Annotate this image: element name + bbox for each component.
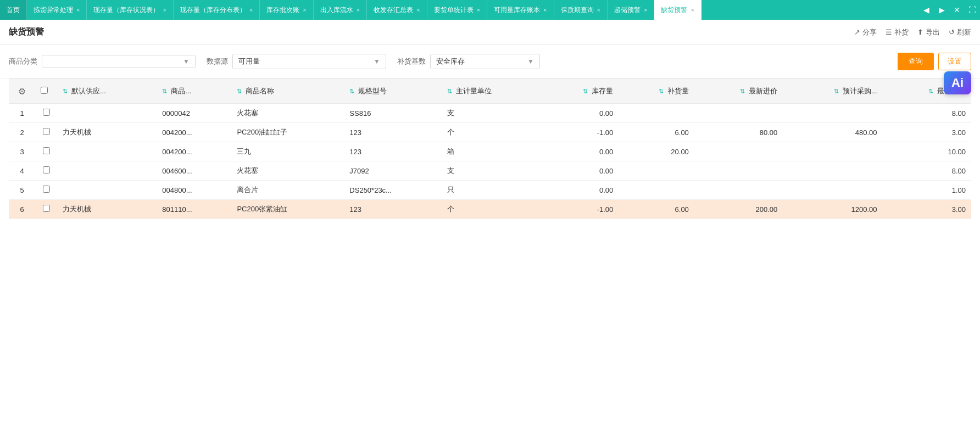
tab-requisition-close[interactable]: ×: [477, 7, 480, 13]
row-spec: SS816: [344, 104, 441, 123]
replenish-base-label: 补货基数: [397, 57, 426, 66]
select-all-checkbox[interactable]: [41, 87, 48, 94]
replenish-base-dropdown-icon: ▼: [527, 58, 534, 65]
tab-exception[interactable]: 拣货异常处理 ×: [27, 0, 87, 20]
tab-collect-label: 收发存汇总表: [374, 5, 413, 15]
row-num: 5: [9, 181, 35, 200]
row-code: 004800...: [157, 181, 231, 200]
tab-collect-close[interactable]: ×: [416, 7, 420, 13]
tab-close-all-btn[interactable]: ✕: [949, 0, 965, 20]
tab-inventory-status-close[interactable]: ×: [163, 7, 166, 13]
replenish-button[interactable]: ☰ 补货: [886, 27, 909, 37]
tab-next-btn[interactable]: ▶: [934, 0, 949, 20]
ai-assistant-button[interactable]: Ai: [944, 71, 971, 94]
tab-inventory-dist[interactable]: 现存量（库存分布表） ×: [174, 0, 260, 20]
replenish-base-select-value: 安全库存: [436, 57, 527, 66]
row-checkbox-cell: [35, 123, 57, 142]
row-checkbox-cell: [35, 161, 57, 181]
tab-overstock-close[interactable]: ×: [644, 7, 647, 13]
row-stock: 0.00: [543, 142, 619, 161]
th-spec[interactable]: ⇅ 规格型号: [344, 79, 441, 104]
row-est-purchase: [783, 161, 882, 181]
tab-shortage-label: 缺货预警: [661, 5, 687, 15]
tab-available-label: 可用量库存账本: [494, 5, 540, 15]
row-est-purchase: [783, 142, 882, 161]
row-est-purchase: [783, 104, 882, 123]
tab-expand-btn[interactable]: ⛶: [965, 0, 980, 20]
th-est-purchase[interactable]: ⇅ 预计采购...: [783, 79, 882, 104]
row-checkbox[interactable]: [43, 128, 50, 135]
th-stock[interactable]: ⇅ 库存量: [543, 79, 619, 104]
refresh-button[interactable]: ↺ 刷新: [949, 27, 971, 37]
tab-inventory-dist-label: 现存量（库存分布表）: [180, 5, 246, 15]
tab-shortage[interactable]: 缺货预警 ×: [654, 0, 701, 20]
row-checkbox-cell: [35, 200, 57, 219]
tab-inout[interactable]: 出入库流水 ×: [314, 0, 367, 20]
category-dropdown-icon: ▼: [183, 58, 190, 65]
code-sort-icon: ⇅: [162, 88, 167, 95]
row-min-stock: 8.00: [883, 161, 971, 181]
row-stock: -1.00: [543, 123, 619, 142]
tab-batch[interactable]: 库存批次账 ×: [260, 0, 313, 20]
row-checkbox-cell: [35, 104, 57, 123]
spec-sort-icon: ⇅: [349, 88, 354, 95]
tab-available[interactable]: 可用量库存账本 ×: [487, 0, 554, 20]
tab-home-label: 首页: [7, 5, 20, 15]
tab-prev-btn[interactable]: ◀: [918, 0, 934, 20]
replenish-sort-icon: ⇅: [659, 88, 664, 95]
th-code[interactable]: ⇅ 商品...: [157, 79, 231, 104]
row-supplier: 力天机械: [57, 200, 157, 219]
refresh-icon: ↺: [949, 28, 955, 36]
name-sort-icon: ⇅: [237, 88, 242, 95]
row-name: 离合片: [231, 181, 344, 200]
th-checkbox: [35, 79, 57, 104]
row-num: 4: [9, 161, 35, 181]
row-latest-price: 80.00: [694, 123, 783, 142]
tab-expiry-label: 保质期查询: [561, 5, 594, 15]
tab-overstock-label: 超储预警: [614, 5, 641, 15]
query-button[interactable]: 查询: [898, 53, 934, 70]
tab-home[interactable]: 首页: [0, 0, 27, 20]
row-checkbox[interactable]: [43, 109, 50, 116]
refresh-label: 刷新: [957, 27, 971, 37]
export-button[interactable]: ⬆ 导出: [917, 27, 940, 37]
tab-inventory-dist-close[interactable]: ×: [249, 7, 253, 13]
tab-shortage-close[interactable]: ×: [691, 7, 694, 13]
row-checkbox[interactable]: [43, 186, 50, 193]
th-replenish[interactable]: ⇅ 补货量: [619, 79, 694, 104]
page-header: 缺货预警 ↗ 分享 ☰ 补货 ⬆ 导出 ↺ 刷新: [0, 20, 980, 45]
row-unit: 个: [442, 123, 543, 142]
datasource-select-value: 可用量: [238, 57, 374, 66]
tab-inventory-status[interactable]: 现存量（库存状况表） ×: [87, 0, 173, 20]
tab-inventory-status-label: 现存量（库存状况表）: [93, 5, 159, 15]
row-checkbox[interactable]: [43, 205, 50, 212]
th-unit[interactable]: ⇅ 主计量单位: [442, 79, 543, 104]
row-stock: 0.00: [543, 161, 619, 181]
th-name[interactable]: ⇅ 商品名称: [231, 79, 344, 104]
row-latest-price: [694, 104, 783, 123]
tab-overstock[interactable]: 超储预警 ×: [608, 0, 654, 20]
tab-batch-close[interactable]: ×: [303, 7, 306, 13]
row-name: 火花塞: [231, 161, 344, 181]
tab-available-close[interactable]: ×: [543, 7, 547, 13]
column-settings-icon[interactable]: ⚙: [14, 83, 30, 99]
th-stock-label: 库存量: [592, 86, 613, 96]
row-checkbox[interactable]: [43, 147, 50, 154]
th-supplier[interactable]: ⇅ 默认供应...: [57, 79, 157, 104]
tab-expiry-close[interactable]: ×: [597, 7, 600, 13]
share-button[interactable]: ↗ 分享: [854, 27, 877, 37]
settings-button[interactable]: 设置: [938, 53, 971, 70]
replenish-base-select[interactable]: 安全库存 ▼: [430, 54, 540, 69]
category-select[interactable]: ▼: [42, 55, 196, 68]
tab-collect[interactable]: 收发存汇总表 ×: [367, 0, 427, 20]
datasource-filter-group: 数据源 可用量 ▼: [207, 54, 386, 69]
tab-requisition[interactable]: 要货单统计表 ×: [427, 0, 487, 20]
row-checkbox[interactable]: [43, 166, 50, 173]
row-est-purchase: 480.00: [783, 123, 882, 142]
datasource-select[interactable]: 可用量 ▼: [232, 54, 386, 69]
tab-expiry[interactable]: 保质期查询 ×: [554, 0, 608, 20]
row-spec: DS250*23c...: [344, 181, 441, 200]
tab-inout-close[interactable]: ×: [357, 7, 360, 13]
th-latest-price[interactable]: ⇅ 最新进价: [694, 79, 783, 104]
tab-exception-close[interactable]: ×: [76, 7, 80, 13]
